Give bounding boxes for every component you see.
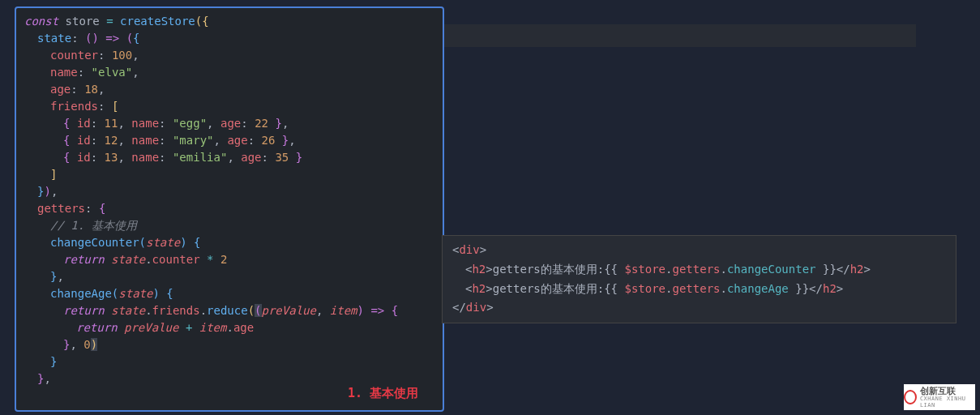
code-line: name: "elva", bbox=[24, 64, 434, 81]
code-line: return state.friends.reduce((preValue, i… bbox=[24, 302, 434, 319]
code-line: <h2>getters的基本使用:{{ $store.getters.chang… bbox=[452, 280, 946, 299]
code-line: // 1. 基本使用 bbox=[24, 217, 434, 234]
code-line: ] bbox=[24, 166, 434, 183]
code-line: }), bbox=[24, 183, 434, 200]
code-line: </div> bbox=[452, 298, 946, 318]
code-line: } bbox=[24, 353, 434, 370]
code-line: }, bbox=[24, 268, 434, 285]
code-line: friends: [ bbox=[24, 98, 434, 115]
code-line: return state.counter * 2 bbox=[24, 251, 434, 268]
logo-text: 创新互联 bbox=[920, 387, 975, 396]
logo-icon bbox=[904, 390, 917, 404]
logo-subtext: CXHANE XINHU LIAN bbox=[920, 396, 975, 409]
left-code-editor: const store = createStore({ state: () =>… bbox=[15, 6, 444, 412]
code-line: { id: 11, name: "egg", age: 22 }, bbox=[24, 115, 434, 132]
code-line: counter: 100, bbox=[24, 47, 434, 64]
caption-label: 1. 基本使用 bbox=[348, 384, 418, 403]
right-code-editor: <div> <h2>getters的基本使用:{{ $store.getters… bbox=[442, 235, 956, 323]
code-line: getters: { bbox=[24, 200, 434, 217]
code-line: <div> bbox=[452, 241, 946, 260]
code-line: { id: 12, name: "mary", age: 26 }, bbox=[24, 132, 434, 149]
code-line: }, 0) bbox=[24, 336, 434, 353]
code-line: const store = createStore({ bbox=[24, 13, 434, 30]
logo-badge: 创新互联 CXHANE XINHU LIAN bbox=[904, 384, 975, 410]
code-line: changeAge(state) { bbox=[24, 285, 434, 302]
code-line: { id: 13, name: "emilia", age: 35 } bbox=[24, 149, 434, 166]
code-line: return preValue + item.age bbox=[24, 319, 434, 336]
code-line: age: 18, bbox=[24, 81, 434, 98]
code-line: state: () => ({ bbox=[24, 30, 434, 47]
code-line: <h2>getters的基本使用:{{ $store.getters.chang… bbox=[452, 260, 946, 280]
code-line: changeCounter(state) { bbox=[24, 234, 434, 251]
